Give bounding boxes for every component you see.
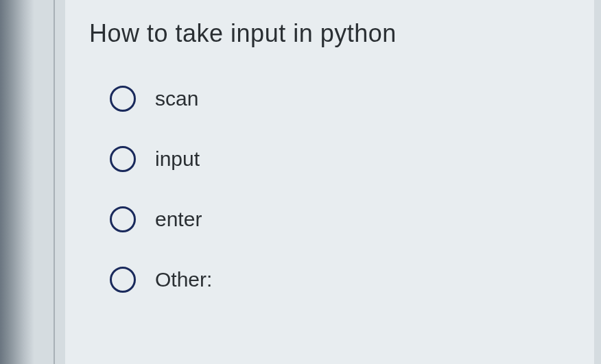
- option-other[interactable]: Other:: [110, 267, 574, 293]
- radio-icon: [110, 267, 136, 293]
- option-label: scan: [155, 87, 198, 110]
- question-card: How to take input in python scan input e…: [65, 0, 594, 364]
- option-input[interactable]: input: [110, 146, 574, 172]
- radio-icon: [110, 146, 136, 172]
- radio-icon: [110, 86, 136, 112]
- options-group: scan input enter Other:: [89, 86, 574, 293]
- page-shadow-edge: [0, 0, 34, 364]
- option-enter[interactable]: enter: [110, 206, 574, 232]
- question-title: How to take input in python: [89, 19, 574, 48]
- option-label: input: [155, 147, 200, 171]
- option-label: enter: [155, 208, 202, 231]
- radio-icon: [110, 206, 136, 232]
- option-scan[interactable]: scan: [110, 86, 574, 112]
- option-label: Other:: [155, 268, 212, 291]
- vertical-divider: [54, 0, 55, 364]
